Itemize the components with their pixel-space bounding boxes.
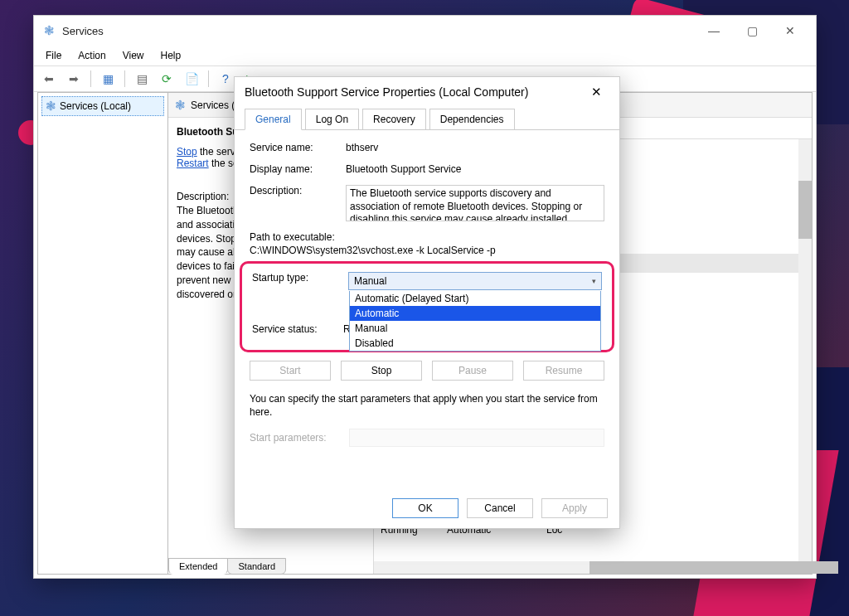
services-titlebar[interactable]: ❃ Services — ▢ ✕ bbox=[34, 16, 816, 46]
description-textbox[interactable]: The Bluetooth service supports discovery… bbox=[346, 185, 604, 221]
start-button[interactable]: Start bbox=[250, 361, 331, 381]
gear-icon: ❃ bbox=[46, 99, 56, 114]
service-name-label: Service name: bbox=[250, 142, 341, 153]
restart-service-link[interactable]: Restart bbox=[177, 158, 209, 169]
services-app-icon: ❃ bbox=[41, 22, 57, 39]
forward-button[interactable]: ➡ bbox=[62, 68, 85, 90]
start-params-label: Start parameters: bbox=[250, 432, 341, 444]
option-manual[interactable]: Manual bbox=[350, 321, 600, 336]
service-status-label: Service status: bbox=[252, 323, 343, 335]
show-hide-console-tree-icon[interactable]: ▦ bbox=[96, 68, 119, 90]
gear-icon: ❃ bbox=[175, 98, 186, 113]
tab-extended[interactable]: Extended bbox=[168, 558, 228, 575]
ok-button[interactable]: OK bbox=[392, 498, 458, 518]
option-disabled[interactable]: Disabled bbox=[350, 336, 600, 351]
properties-icon[interactable]: ▤ bbox=[130, 68, 153, 90]
dialog-close-button[interactable]: ✕ bbox=[583, 80, 609, 104]
startup-type-label: Startup type: bbox=[252, 272, 343, 284]
close-button[interactable]: ✕ bbox=[771, 17, 809, 44]
console-tree: ❃ Services (Local) bbox=[37, 92, 168, 575]
startup-highlight-box: Startup type: Manual ▾ Automatic (Delaye… bbox=[240, 261, 614, 352]
tab-dependencies[interactable]: Dependencies bbox=[429, 109, 515, 129]
cancel-button[interactable]: Cancel bbox=[467, 498, 533, 518]
menu-view[interactable]: View bbox=[116, 47, 151, 64]
start-params-info: You can specify the start parameters tha… bbox=[250, 392, 604, 419]
path-value: C:\WINDOWS\system32\svchost.exe -k Local… bbox=[250, 245, 604, 256]
minimize-button[interactable]: — bbox=[695, 17, 733, 44]
service-properties-dialog: Bluetooth Support Service Properties (Lo… bbox=[234, 76, 620, 529]
horizontal-scrollbar[interactable] bbox=[374, 561, 812, 574]
description-label: Description: bbox=[250, 185, 341, 196]
chevron-down-icon: ▾ bbox=[592, 277, 596, 285]
back-button[interactable]: ⬅ bbox=[37, 68, 61, 90]
start-params-input bbox=[349, 429, 604, 447]
services-title: Services bbox=[62, 25, 104, 37]
menubar: File Action View Help bbox=[34, 46, 816, 65]
resume-button[interactable]: Resume bbox=[523, 361, 604, 381]
startup-type-dropdown: Automatic (Delayed Start) Automatic Manu… bbox=[349, 291, 601, 352]
display-name-label: Display name: bbox=[250, 163, 341, 175]
stop-service-link[interactable]: Stop bbox=[177, 146, 197, 158]
startup-current-value: Manual bbox=[354, 275, 386, 287]
tree-services-local[interactable]: ❃ Services (Local) bbox=[41, 96, 164, 116]
menu-file[interactable]: File bbox=[39, 47, 68, 64]
menu-action[interactable]: Action bbox=[71, 47, 112, 64]
refresh-icon[interactable]: ⟳ bbox=[155, 68, 178, 90]
dialog-titlebar[interactable]: Bluetooth Support Service Properties (Lo… bbox=[235, 77, 619, 107]
display-name-value: Bluetooth Support Service bbox=[346, 163, 604, 175]
option-automatic-delayed[interactable]: Automatic (Delayed Start) bbox=[350, 291, 600, 306]
startup-type-combobox[interactable]: Manual ▾ Automatic (Delayed Start) Autom… bbox=[348, 272, 602, 290]
option-automatic[interactable]: Automatic bbox=[350, 306, 600, 321]
path-label: Path to executable: bbox=[250, 231, 604, 243]
dialog-title: Bluetooth Support Service Properties (Lo… bbox=[245, 85, 528, 99]
tab-general[interactable]: General bbox=[245, 109, 302, 130]
pause-button[interactable]: Pause bbox=[432, 361, 513, 381]
tab-logon[interactable]: Log On bbox=[305, 109, 359, 129]
menu-help[interactable]: Help bbox=[154, 47, 188, 64]
service-name-value: bthserv bbox=[346, 142, 604, 153]
export-list-icon[interactable]: 📄 bbox=[180, 68, 203, 90]
tab-recovery[interactable]: Recovery bbox=[362, 109, 426, 129]
tab-standard[interactable]: Standard bbox=[227, 558, 286, 575]
vertical-scrollbar[interactable] bbox=[798, 139, 812, 561]
apply-button[interactable]: Apply bbox=[541, 498, 608, 518]
maximize-button[interactable]: ▢ bbox=[733, 17, 771, 44]
tree-label: Services (Local) bbox=[60, 100, 131, 112]
stop-button[interactable]: Stop bbox=[341, 361, 422, 381]
